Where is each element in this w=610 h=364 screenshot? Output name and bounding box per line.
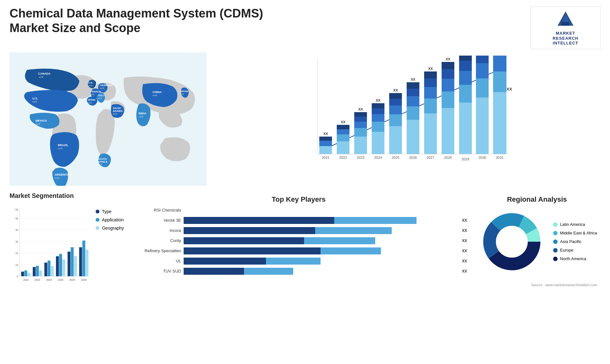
- svg-rect-46: [337, 134, 349, 141]
- svg-rect-48: [337, 125, 349, 129]
- legend-dot-type: [96, 210, 99, 213]
- player-row-ul: UL XX: [130, 258, 467, 265]
- svg-text:2030: 2030: [478, 156, 486, 159]
- svg-rect-52: [354, 128, 367, 137]
- svg-rect-87: [442, 91, 454, 108]
- svg-rect-90: [442, 62, 454, 69]
- svg-rect-141: [71, 247, 74, 276]
- player-bar-tuv: [184, 268, 458, 275]
- svg-text:10: 10: [15, 264, 18, 266]
- svg-rect-61: [372, 108, 384, 114]
- svg-rect-82: [424, 78, 437, 87]
- svg-rect-96: [459, 61, 472, 71]
- svg-text:CHINA: CHINA: [152, 91, 162, 94]
- logo-text: MARKET RESEARCH INTELLECT: [553, 31, 579, 46]
- donut-chart-svg: [477, 207, 547, 277]
- svg-text:XX: XX: [341, 120, 346, 124]
- svg-text:xx%: xx%: [100, 87, 104, 89]
- svg-rect-142: [74, 256, 77, 276]
- svg-text:20: 20: [15, 252, 18, 255]
- legend-label-north-america: North America: [560, 256, 586, 261]
- svg-text:xx%: xx%: [139, 115, 143, 118]
- legend-label-europe: Europe: [560, 248, 573, 253]
- regional-panel: Regional Analysis Latin America: [473, 192, 600, 310]
- svg-rect-137: [59, 254, 62, 276]
- svg-text:xx%: xx%: [39, 76, 44, 78]
- svg-rect-79: [424, 113, 437, 154]
- players-panel: Top Key Players RSI Chemicals Verisk 3E …: [127, 192, 470, 310]
- svg-text:60: 60: [15, 208, 18, 211]
- svg-rect-75: [407, 89, 419, 96]
- svg-rect-55: [354, 112, 367, 117]
- legend-label-type: Type: [102, 209, 112, 214]
- svg-text:30: 30: [15, 240, 18, 243]
- svg-rect-65: [389, 126, 402, 154]
- svg-rect-124: [21, 272, 24, 276]
- player-name-rsi: RSI Chemicals: [130, 208, 181, 212]
- player-name-refinery: Refinery Specialties: [130, 248, 181, 253]
- svg-text:xx%: xx%: [180, 93, 184, 95]
- legend-label-mea: Middle East & Africa: [560, 231, 597, 235]
- legend-asia-pacific: Asia Pacific: [553, 239, 597, 244]
- legend-dot-geography: [96, 226, 99, 230]
- svg-text:xx%: xx%: [113, 113, 117, 115]
- legend-dot-application: [96, 218, 99, 222]
- player-row-incora: Incora XX: [130, 227, 467, 234]
- svg-text:SPAIN: SPAIN: [88, 98, 95, 101]
- player-name-ul: UL: [130, 259, 181, 263]
- svg-rect-145: [82, 240, 85, 276]
- svg-rect-62: [372, 103, 384, 108]
- svg-rect-133: [48, 260, 51, 276]
- player-bar-cority: [184, 237, 458, 244]
- svg-text:xx%: xx%: [32, 100, 37, 103]
- svg-rect-95: [459, 71, 472, 85]
- svg-rect-106: [493, 71, 506, 92]
- svg-text:2024: 2024: [58, 279, 64, 281]
- svg-rect-2: [562, 22, 569, 26]
- logo-icon: [556, 10, 575, 29]
- svg-rect-40: [319, 146, 332, 154]
- svg-text:ARABIA: ARABIA: [113, 110, 123, 112]
- svg-rect-93: [459, 103, 472, 154]
- svg-rect-51: [354, 137, 367, 154]
- svg-text:2023: 2023: [46, 279, 52, 281]
- svg-text:XX: XX: [358, 107, 363, 111]
- svg-rect-76: [407, 82, 419, 89]
- svg-rect-97: [459, 56, 472, 61]
- svg-rect-45: [337, 141, 349, 154]
- player-name-cority: Cority: [130, 238, 181, 243]
- player-name-tuv: TUV SUD: [130, 269, 181, 273]
- svg-text:xx%: xx%: [88, 102, 92, 104]
- player-name-incora: Incora: [130, 228, 181, 233]
- svg-text:xx%: xx%: [98, 97, 102, 99]
- svg-text:2021: 2021: [322, 156, 329, 159]
- legend-europe: Europe: [553, 248, 597, 253]
- svg-text:2031: 2031: [496, 156, 504, 159]
- svg-text:2022: 2022: [35, 279, 41, 281]
- svg-rect-83: [424, 71, 437, 78]
- legend-north-america: North America: [553, 256, 597, 261]
- svg-rect-81: [424, 87, 437, 98]
- svg-rect-126: [28, 273, 30, 276]
- world-map-section: CANADA xx% U.S. xx% MEXICO xx% BRAZIL xx…: [10, 52, 207, 186]
- svg-text:2022: 2022: [339, 156, 347, 159]
- svg-rect-47: [337, 129, 349, 134]
- svg-rect-68: [389, 99, 402, 105]
- svg-rect-101: [476, 78, 489, 98]
- svg-text:CANADA: CANADA: [38, 72, 51, 75]
- svg-rect-88: [442, 79, 454, 91]
- growth-chart-svg: XX 2021 XX 2022 XX 2023: [219, 56, 594, 183]
- svg-rect-58: [372, 132, 384, 154]
- svg-rect-89: [442, 69, 454, 79]
- page-header: Chemical Data Management System (CDMS) M…: [10, 6, 600, 49]
- svg-text:XX: XX: [376, 98, 381, 102]
- svg-rect-69: [389, 93, 402, 99]
- svg-rect-94: [459, 85, 472, 103]
- player-name-verisk: Verisk 3E: [130, 218, 181, 223]
- donut-wrap: Latin America Middle East & Africa Asia …: [477, 207, 597, 277]
- svg-rect-53: [354, 122, 367, 128]
- svg-rect-146: [85, 250, 88, 276]
- svg-rect-136: [56, 256, 59, 276]
- svg-text:xx%: xx%: [55, 177, 59, 179]
- svg-text:2023: 2023: [357, 156, 364, 159]
